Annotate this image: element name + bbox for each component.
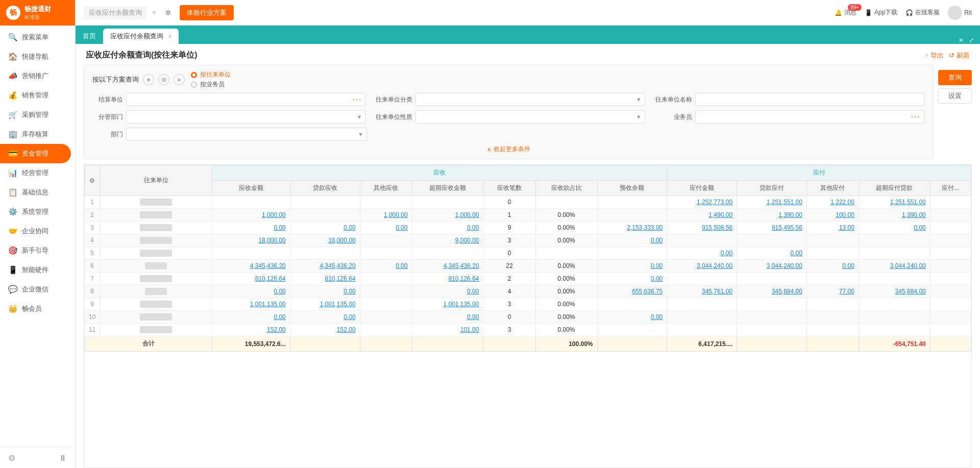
app-download-btn[interactable]: 📱 App下载 <box>865 8 897 17</box>
row-number: 10 <box>85 311 100 324</box>
page-actions: ↑ 导出 ↺ 刷新 <box>925 51 970 60</box>
sidebar-item-hardware[interactable]: 📱智能硬件 <box>0 260 75 280</box>
department-label: 部门 <box>92 130 123 139</box>
sidebar-item-search[interactable]: 🔍搜索菜单 <box>0 28 75 47</box>
system-icon: ⚙️ <box>8 207 18 216</box>
sidebar-item-inventory[interactable]: 🏢库存核算 <box>0 125 75 144</box>
row-number: 7 <box>85 273 100 285</box>
table-row: 11 152.00 152.00 101.00 3 0.00% <box>85 324 971 336</box>
settlement-label: 结算单位 <box>92 95 123 104</box>
dept-input[interactable]: ▼ <box>126 110 365 124</box>
sidebar-item-basic[interactable]: 📋基础信息 <box>0 183 75 202</box>
filter-by-customer-label: 按往来单位 <box>200 70 231 79</box>
tab-close-icon[interactable]: × <box>168 33 172 39</box>
back-btn[interactable]: « <box>174 74 185 85</box>
promo-button[interactable]: 体验行业方案 <box>180 5 234 20</box>
customer-name-input[interactable] <box>695 93 924 106</box>
customer-name-cell <box>100 298 212 311</box>
sidebar-item-management[interactable]: 📊经营管理 <box>0 163 75 183</box>
table-row: 10 0.00 0.00 0.00 0 0.00% 0.00 <box>85 311 971 324</box>
corp-icon: 🤝 <box>8 227 18 236</box>
sidebar-item-member[interactable]: 👑畅会员 <box>0 299 75 318</box>
sidebar-item-guide[interactable]: 🎯新手引导 <box>0 241 75 260</box>
name-label: 往来单位名称 <box>651 95 692 104</box>
sidebar-item-capital[interactable]: 💳资金管理 <box>0 144 71 163</box>
sidebar-item-wechat[interactable]: 💬企业微信 <box>0 280 75 299</box>
gear-button[interactable]: ⚙ <box>161 6 176 20</box>
breadcrumb: 应收应付余额查询 <box>84 6 147 19</box>
app-download-label: App下载 <box>874 8 897 17</box>
th-ar-group: 应收 <box>212 165 667 181</box>
nav-icon: 🏠 <box>8 52 18 61</box>
nature-input[interactable]: ▼ <box>415 110 645 124</box>
query-button[interactable]: 查询 <box>938 70 972 85</box>
sidebar-item-corp[interactable]: 🤝企业协同 <box>0 221 75 241</box>
sidebar-item-label-search: 搜索菜单 <box>22 33 48 42</box>
logo-sub: 标准版 <box>24 14 51 21</box>
tab-maximize[interactable]: ⤢ <box>969 37 974 44</box>
th-ar-other: 其他应收 <box>360 181 412 196</box>
settlement-input[interactable]: ··· <box>126 93 365 106</box>
table-row: 7 810,126.64 810,126.64 810,126.64 2 0.0… <box>85 273 971 285</box>
header-right: 🔔 消息 99+ 📱 App下载 🎧 在线客服 Rit <box>835 6 972 20</box>
sidebar-item-system[interactable]: ⚙️系统管理 <box>0 202 75 221</box>
customer-name-cell <box>100 311 212 324</box>
row-number: 2 <box>85 209 100 221</box>
th-ar-prepay: 预收余额 <box>597 181 667 196</box>
filter-by-customer[interactable]: 按往来单位 <box>191 70 231 79</box>
row-number: 3 <box>85 221 100 234</box>
wechat-icon: 💬 <box>8 285 18 294</box>
sidebar-item-label-sales: 销售管理 <box>22 91 48 100</box>
collapse-icon[interactable]: ⏸ <box>59 454 67 463</box>
marketing-icon: 📣 <box>8 71 18 81</box>
sidebar-item-marketing[interactable]: 📣营销推广 <box>0 66 75 86</box>
table-settings-icon[interactable]: ⚙ <box>89 177 95 184</box>
tab-bar: 首页 应收应付余额查询 × ✕ ⤢ <box>76 26 980 44</box>
sidebar: 畅 畅捷通财 标准版 🔍搜索菜单🏠快捷导航📣营销推广💰销售管理🛒采购管理🏢库存核… <box>0 0 76 468</box>
collapse-btn[interactable]: ∧ 收起更多条件 <box>487 145 530 154</box>
table-row: 6 4,345,436.20 4,345,436.20 0.00 4,345,4… <box>85 260 971 273</box>
sidebar-nav: 🔍搜索菜单🏠快捷导航📣营销推广💰销售管理🛒采购管理🏢库存核算💳资金管理📊经营管理… <box>0 26 75 448</box>
user-menu[interactable]: Rit <box>948 6 972 20</box>
online-service-btn[interactable]: 🎧 在线客服 <box>905 8 940 17</box>
notification-badge: 99+ <box>848 4 862 11</box>
main-area: 应收应付余额查询 ▼ ⚙ 体验行业方案 🔔 消息 99+ 📱 App下载 🎧 在… <box>76 0 980 468</box>
refresh-button[interactable]: ↺ 刷新 <box>949 51 970 60</box>
sidebar-item-purchase[interactable]: 🛒采购管理 <box>0 105 75 125</box>
settings-scheme-btn[interactable]: ⊙ <box>158 74 169 85</box>
row-number: 5 <box>85 247 100 260</box>
export-label: 导出 <box>930 51 944 60</box>
tab-close-window[interactable]: ✕ <box>959 37 964 44</box>
sales-icon: 💰 <box>8 91 18 100</box>
sidebar-item-nav[interactable]: 🏠快捷导航 <box>0 47 75 66</box>
breadcrumb-arrow: ▼ <box>151 9 157 16</box>
filter-by-salesman[interactable]: 按业务员 <box>191 80 231 89</box>
sidebar-item-label-member: 畅会员 <box>22 304 42 313</box>
th-ar-amount: 应收金额 <box>212 181 290 196</box>
sidebar-logo: 畅 畅捷通财 标准版 <box>0 0 75 26</box>
settings-button[interactable]: 设置 <box>938 88 972 104</box>
management-icon: 📊 <box>8 168 18 178</box>
th-ar-ratio: 应收款占比 <box>535 181 597 196</box>
action-buttons: 查询 设置 <box>938 65 972 104</box>
notification-btn[interactable]: 🔔 消息 99+ <box>835 8 856 17</box>
customer-name-cell <box>100 324 212 336</box>
export-button[interactable]: ↑ 导出 <box>925 51 944 60</box>
tab-home[interactable]: 首页 <box>76 29 103 44</box>
settings-icon[interactable]: ⚙ <box>8 453 15 463</box>
customer-name-cell <box>100 285 212 298</box>
salesman-input[interactable]: ··· <box>695 110 924 124</box>
sidebar-item-sales[interactable]: 💰销售管理 <box>0 86 75 105</box>
page-title: 应收应付余额查询(按往来单位) <box>86 50 198 61</box>
tab-arquery[interactable]: 应收应付余额查询 × <box>103 29 179 44</box>
footer-ar-amount[interactable]: 19,553,472.6... <box>212 336 290 352</box>
filter-row-1: 结算单位 ··· 往来单位分类 ▼ 往来单位名称 <box>92 93 924 106</box>
department-input[interactable]: ▼ <box>126 128 367 141</box>
logo-name: 畅捷通财 <box>24 5 51 14</box>
footer-label: 合计 <box>85 336 212 352</box>
footer-ap-amount[interactable]: 6,417,215.... <box>667 336 737 352</box>
category-arrow-icon: ▼ <box>636 96 642 103</box>
category-input[interactable]: ▼ <box>415 93 645 106</box>
customer-name-cell <box>100 247 212 260</box>
add-scheme-btn[interactable]: + <box>143 74 154 85</box>
